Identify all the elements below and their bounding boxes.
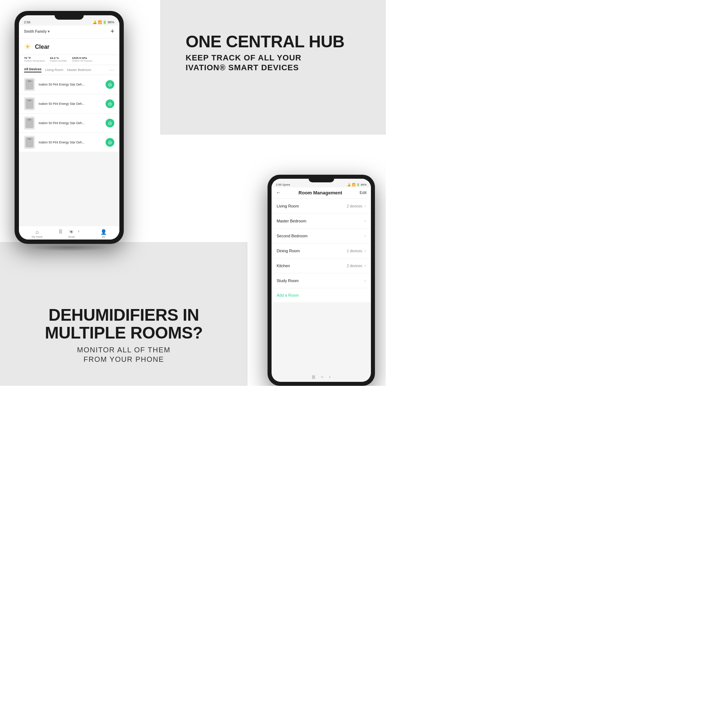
nav-my-home-label: My Home <box>32 236 43 238</box>
nav-smart-label: Smart <box>68 236 75 238</box>
device-image-1 <box>24 78 35 91</box>
edit-button[interactable]: Edit <box>359 190 367 195</box>
room-item-study-room[interactable]: Study Room › <box>272 273 371 288</box>
nav-my-home[interactable]: ⌂ My Home <box>32 229 43 238</box>
tab-all-devices[interactable]: All Devices <box>24 67 41 72</box>
room-list: Living Room 2 devices › Master Bedroom ›… <box>272 199 371 302</box>
phone1-time: 2:56 <box>24 20 31 24</box>
power-button-1[interactable] <box>106 80 114 89</box>
device-item-1[interactable]: Ivation 50 Pint Energy Star Deh... <box>19 75 119 94</box>
chevron-kitchen: › <box>364 263 366 268</box>
room-name-kitchen: Kitchen <box>277 263 347 268</box>
home-icon: ⌂ <box>36 229 38 235</box>
chevron-study-room: › <box>364 278 366 283</box>
me-icon: 👤 <box>101 229 107 235</box>
phone2-time: 2:55 Sprint <box>276 183 290 187</box>
gesture2-menu-icon: ||| <box>312 375 315 379</box>
phone2-status-icons: 🔔 📶 🔋 86% <box>347 183 367 187</box>
phone1: 2:56 🔔 📶 🔋 86% Smith Family ▾ + ☀ Clear … <box>15 11 124 244</box>
device-name-4: Ivation 50 Pint Energy Star Deh... <box>38 141 102 144</box>
phone1-shadow <box>29 244 109 251</box>
tab-living-room[interactable]: Living Room <box>45 68 63 72</box>
more-tabs-dots[interactable]: ··· <box>110 67 114 72</box>
room-item-dining-room[interactable]: Dining Room 1 devices › <box>272 243 371 258</box>
room-name-second-bedroom: Second Bedroom <box>277 234 362 238</box>
headline-line2: KEEP TRACK OF ALL YOUR IVATION® SMART DE… <box>186 53 360 72</box>
power-button-4[interactable] <box>106 138 114 147</box>
room-item-living-room[interactable]: Living Room 2 devices › <box>272 199 371 214</box>
room-name-dining-room: Dining Room <box>277 249 347 253</box>
weather-label: Clear <box>35 44 49 50</box>
device-list: Ivation 50 Pint Energy Star Deh... Ivati… <box>19 75 119 152</box>
weather-pressure: 1025.5 hPa Outdoor Air Pressure <box>72 57 92 62</box>
device-image-4 <box>24 136 35 149</box>
chevron-living-room: › <box>364 203 366 209</box>
room-devices-dining-room: 1 devices <box>347 249 362 253</box>
back-button[interactable]: ← <box>276 190 281 196</box>
phone1-title: Smith Family ▾ <box>24 29 49 34</box>
device-item-3[interactable]: Ivation 50 Pint Energy Star Deh... <box>19 113 119 133</box>
room-item-master-bedroom[interactable]: Master Bedroom › <box>272 214 371 229</box>
add-room-button[interactable]: Add a Room <box>272 288 371 302</box>
device-item-4[interactable]: Ivation 50 Pint Energy Star Deh... <box>19 133 119 152</box>
device-item-2[interactable]: Ivation 50 Pint Energy Star Deh... <box>19 94 119 113</box>
phone1-chevron: ▾ <box>48 29 49 34</box>
room-devices-living-room: 2 devices <box>347 204 362 208</box>
phone2-notch <box>309 179 334 182</box>
room-devices-kitchen: 2 devices <box>347 264 362 268</box>
gesture-home-icon: ○ <box>69 229 71 234</box>
room-item-kitchen[interactable]: Kitchen 2 devices › <box>272 258 371 273</box>
nav-me[interactable]: 👤 Me <box>101 229 107 238</box>
phone1-gesture-bar: ||| ○ ‹ <box>59 229 80 234</box>
chevron-second-bedroom: › <box>364 233 366 239</box>
room-item-second-bedroom[interactable]: Second Bedroom › <box>272 229 371 243</box>
phone1-notch <box>55 15 84 20</box>
bottom-text-section: DEHUMIDIFIERS IN MULTIPLE ROOMS? MONITOR… <box>0 284 248 379</box>
room-name-master-bedroom: Master Bedroom <box>277 219 362 223</box>
phone1-screen: 2:56 🔔 📶 🔋 86% Smith Family ▾ + ☀ Clear … <box>19 15 119 240</box>
power-button-2[interactable] <box>106 99 114 108</box>
phone2-gesture-bar: ||| ○ ‹ <box>312 375 330 379</box>
phone1-status-icons: 🔔 📶 🔋 86% <box>93 20 114 24</box>
headline2-line1: DEHUMIDIFIERS IN MULTIPLE ROOMS? <box>15 306 233 341</box>
phone1-header: Smith Family ▾ + <box>19 26 119 38</box>
phone2-screen: 2:55 Sprint 🔔 📶 🔋 86% ← Room Management … <box>272 179 371 382</box>
weather-temp: 70 °F Outdoor Temperature <box>24 57 45 62</box>
nav-me-label: Me <box>102 236 106 238</box>
headline2-sub: MONITOR ALL OF THEM FROM YOUR PHONE <box>15 345 233 364</box>
device-name-1: Ivation 50 Pint Energy Star Deh... <box>38 83 102 86</box>
gesture2-back-icon: ‹ <box>329 375 330 379</box>
sun-icon: ☀ <box>24 42 31 52</box>
gesture-back-icon: ‹ <box>78 229 80 234</box>
room-management-title: Room Management <box>298 190 342 196</box>
phone1-tabs: All Devices Living Room Master Bedroom ·… <box>19 65 119 75</box>
gesture-menu-icon: ||| <box>59 229 62 234</box>
chevron-master-bedroom: › <box>364 219 366 223</box>
phone1-weather: ☀ Clear <box>19 38 119 55</box>
gesture2-home-icon: ○ <box>321 375 324 379</box>
tab-master-bedroom[interactable]: Master Bedroom <box>67 68 91 72</box>
phone1-weather-stats: 70 °F Outdoor Temperature 24.0 % Outdoor… <box>19 55 119 65</box>
chevron-dining-room: › <box>364 248 366 253</box>
weather-humidity: 24.0 % Outdoor Humidity <box>50 57 67 62</box>
top-text-section: ONE CENTRAL HUB KEEP TRACK OF ALL YOUR I… <box>171 18 375 87</box>
phone1-plus-button[interactable]: + <box>110 28 114 35</box>
device-image-3 <box>24 116 35 130</box>
headline-line1: ONE CENTRAL HUB <box>186 33 360 50</box>
room-name-study-room: Study Room <box>277 278 362 283</box>
phone2-header: ← Room Management Edit <box>272 187 371 199</box>
phone2: 2:55 Sprint 🔔 📶 🔋 86% ← Room Management … <box>268 175 375 386</box>
device-image-2 <box>24 97 35 110</box>
device-name-2: Ivation 50 Pint Energy Star Deh... <box>38 102 102 106</box>
room-name-living-room: Living Room <box>277 204 347 208</box>
device-name-3: Ivation 50 Pint Energy Star Deh... <box>38 121 102 125</box>
power-button-3[interactable] <box>106 119 114 127</box>
